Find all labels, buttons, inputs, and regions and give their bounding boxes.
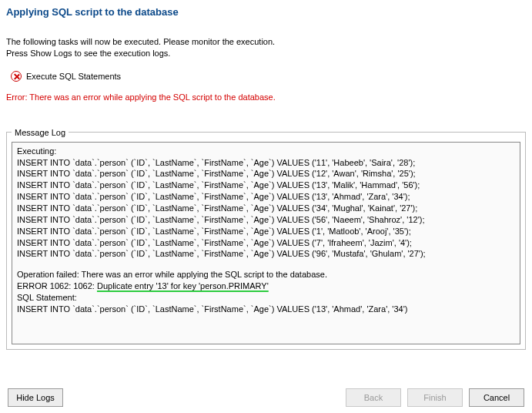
log-stmt: INSERT INTO `data`.`person` (`ID`, `Last… bbox=[17, 214, 515, 226]
error-summary: Error: There was an error while applying… bbox=[6, 92, 526, 102]
log-stmt: INSERT INTO `data`.`person` (`ID`, `Last… bbox=[17, 203, 515, 214]
intro-line-1: The following tasks will now be executed… bbox=[6, 36, 526, 48]
intro-line-2: Press Show Logs to see the execution log… bbox=[6, 48, 526, 59]
log-stmt: INSERT INTO `data`.`person` (`ID`, `Last… bbox=[17, 237, 515, 249]
log-stmt: INSERT INTO `data`.`person` (`ID`, `Last… bbox=[17, 168, 515, 180]
task-label: Execute SQL Statements bbox=[26, 72, 121, 81]
log-stmt: INSERT INTO `data`.`person` (`ID`, `Last… bbox=[17, 180, 515, 191]
finish-button: Finish bbox=[407, 388, 463, 407]
footer: Hide Logs Back Finish Cancel bbox=[0, 388, 532, 407]
log-error-underlined: Duplicate entry '13' for key 'person.PRI… bbox=[97, 281, 269, 290]
page-title: Applying SQL script to the database bbox=[6, 6, 526, 18]
log-sqlstmt-label: SQL Statement: bbox=[17, 292, 515, 304]
log-failed-stmt: INSERT INTO `data`.`person` (`ID`, `Last… bbox=[17, 304, 515, 315]
cancel-button[interactable]: Cancel bbox=[469, 388, 524, 407]
log-stmt: INSERT INTO `data`.`person` (`ID`, `Last… bbox=[17, 226, 515, 237]
log-exec-label: Executing: bbox=[17, 146, 515, 157]
log-error-prefix: ERROR 1062: 1062: bbox=[17, 281, 97, 290]
message-log-fieldset: Message Log Executing: INSERT INTO `data… bbox=[6, 128, 526, 350]
message-log-legend: Message Log bbox=[12, 128, 69, 137]
error-icon bbox=[11, 71, 22, 82]
back-button: Back bbox=[346, 388, 401, 407]
hide-logs-button[interactable]: Hide Logs bbox=[8, 388, 63, 407]
task-row: Execute SQL Statements bbox=[11, 71, 526, 82]
message-log-textarea[interactable]: Executing: INSERT INTO `data`.`person` (… bbox=[12, 142, 520, 344]
log-error-line: ERROR 1062: 1062: Duplicate entry '13' f… bbox=[17, 280, 515, 292]
log-stmt: INSERT INTO `data`.`person` (`ID`, `Last… bbox=[17, 157, 515, 169]
log-stmt: INSERT INTO `data`.`person` (`ID`, `Last… bbox=[17, 191, 515, 203]
log-stmt: INSERT INTO `data`.`person` (`ID`, `Last… bbox=[17, 248, 515, 260]
intro-text: The following tasks will now be executed… bbox=[6, 36, 526, 60]
log-fail-line: Operation failed: There was an error whi… bbox=[17, 269, 515, 280]
